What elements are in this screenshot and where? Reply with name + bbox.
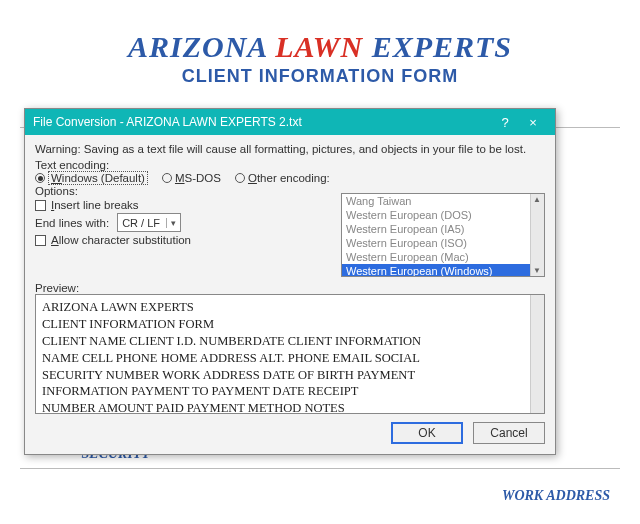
field-label-work-address: WORK ADDRESS (502, 488, 610, 504)
radio-label-windows: indows (Default) (62, 172, 145, 184)
radio-icon (35, 173, 45, 183)
warning-text: Warning: Saving as a text file will caus… (35, 143, 545, 155)
title-word-lawn: LAWN (275, 30, 363, 63)
checkbox-icon (35, 200, 46, 211)
preview-line: SECURITY NUMBER WORK ADDRESS DATE OF BIR… (42, 367, 538, 384)
preview-scrollbar[interactable] (530, 295, 544, 413)
close-button[interactable]: × (519, 115, 547, 130)
radio-msdos[interactable]: MS-DOS (162, 172, 221, 184)
ok-button[interactable]: OK (391, 422, 463, 444)
preview-line: NUMBER AMOUNT PAID PAYMENT METHOD NOTES (42, 400, 538, 414)
chevron-down-icon: ▾ (166, 218, 176, 228)
encoding-option[interactable]: Wang Taiwan (342, 194, 544, 208)
preview-line: CLIENT INFORMATION FORM (42, 316, 538, 333)
dialog-button-row: OK Cancel (35, 422, 545, 444)
end-lines-value: CR / LF (122, 217, 160, 229)
radio-other-encoding[interactable]: Other encoding: (235, 172, 330, 184)
encoding-listbox[interactable]: Wang Taiwan Western European (DOS) Weste… (341, 193, 545, 277)
encoding-option[interactable]: Western European (DOS) (342, 208, 544, 222)
checkbox-icon (35, 235, 46, 246)
preview-line: INFORMATION PAYMENT TO PAYMENT DATE RECE… (42, 383, 538, 400)
cancel-button[interactable]: Cancel (473, 422, 545, 444)
end-lines-with-select[interactable]: CR / LF ▾ (117, 213, 181, 232)
doc-subtitle: CLIENT INFORMATION FORM (20, 66, 620, 87)
encoding-radio-group: Windows (Default) MS-DOS Other encoding: (35, 171, 545, 185)
text-encoding-label: Text encoding: (35, 159, 545, 171)
listbox-scrollbar[interactable] (530, 194, 544, 276)
doc-title: ARIZONA LAWN EXPERTS (20, 30, 620, 64)
encoding-option[interactable]: Western European (ISO) (342, 236, 544, 250)
preview-line: CLIENT NAME CLIENT I.D. NUMBERDATE CLIEN… (42, 333, 538, 350)
radio-icon (162, 173, 172, 183)
title-word-arizona: ARIZONA (128, 30, 275, 63)
encoding-option[interactable]: Western European (Mac) (342, 250, 544, 264)
dialog-titlebar[interactable]: File Conversion - ARIZONA LAWN EXPERTS 2… (25, 109, 555, 135)
encoding-option-selected[interactable]: Western European (Windows) (342, 264, 544, 277)
end-lines-with-label: End lines with: (35, 217, 109, 229)
radio-windows-default[interactable]: Windows (Default) (35, 171, 148, 185)
preview-box[interactable]: ARIZONA LAWN EXPERTS CLIENT INFORMATION … (35, 294, 545, 414)
preview-line: ARIZONA LAWN EXPERTS (42, 299, 538, 316)
title-word-experts: EXPERTS (363, 30, 512, 63)
dialog-title: File Conversion - ARIZONA LAWN EXPERTS 2… (33, 115, 491, 129)
encoding-option[interactable]: Western European (IA5) (342, 222, 544, 236)
preview-line: NAME CELL PHONE HOME ADDRESS ALT. PHONE … (42, 350, 538, 367)
file-conversion-dialog: File Conversion - ARIZONA LAWN EXPERTS 2… (24, 108, 556, 455)
checkbox-allow-char-substitution[interactable]: Allow character substitution (35, 234, 191, 246)
checkbox-insert-line-breaks[interactable]: Insert line breaks (35, 199, 139, 211)
radio-icon (235, 173, 245, 183)
preview-label: Preview: (35, 282, 545, 294)
help-button[interactable]: ? (491, 115, 519, 130)
